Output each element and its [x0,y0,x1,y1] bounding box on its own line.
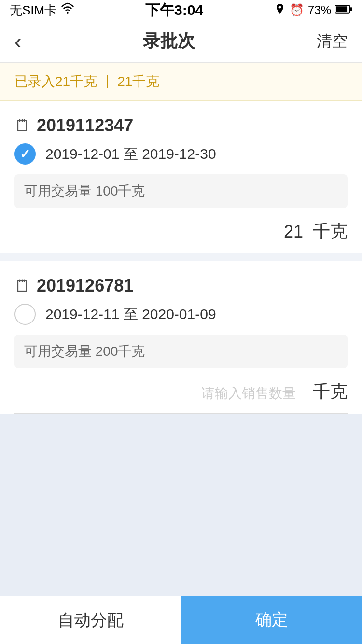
batch-id-1: 2019112347 [37,115,133,136]
page-title: 录批次 [143,29,195,53]
batch-card-1: 🗒 2019112347 2019-12-01 至 2019-12-30 可用交… [0,101,362,253]
batch-date-2: 2019-12-11 至 2020-01-09 [45,305,216,324]
status-icons: ⏰ 73% [274,3,352,17]
svg-rect-3 [336,6,347,12]
alarm-icon: ⏰ [290,3,304,17]
batch-header-2: 🗒 2019126781 [14,276,348,296]
radio-checked-1[interactable] [14,143,36,165]
available-qty-2: 可用交易量 200千克 [14,335,348,368]
batch-card-2: 🗒 2019126781 2019-12-11 至 2020-01-09 可用交… [0,261,362,414]
location-icon [274,3,286,17]
radio-unchecked-2[interactable] [14,304,36,325]
back-button[interactable]: ‹ [14,31,22,52]
svg-point-0 [67,12,69,14]
batch-date-row-2[interactable]: 2019-12-11 至 2020-01-09 [14,304,348,325]
qty-input-2[interactable] [86,382,303,402]
battery-icon [335,3,352,17]
card-separator [0,253,362,261]
status-time: 下午3:04 [145,0,203,20]
summary-label: 已录入21千克 [14,72,97,91]
qty-unit-1: 千克 [313,220,348,243]
clear-button[interactable]: 清空 [317,31,348,52]
available-qty-1: 可用交易量 100千克 [14,174,348,208]
status-bar: 无SIM卡 下午3:04 ⏰ 73% [0,0,362,20]
batch-icon-2: 🗒 [14,277,31,295]
batch-date-1: 2019-12-01 至 2019-12-30 [45,144,216,164]
qty-value-1: 21 [284,222,303,242]
batch-id-2: 2019126781 [37,276,133,296]
summary-value: 21千克 [117,72,159,91]
input-row-2[interactable]: 千克 [14,368,348,413]
carrier-text: 无SIM卡 [10,2,57,19]
batch-date-row-1[interactable]: 2019-12-01 至 2019-12-30 [14,143,348,165]
input-row-1: 21 千克 [14,208,348,253]
auto-distribute-button[interactable]: 自动分配 [0,596,181,644]
wifi-icon [61,2,74,19]
summary-divider [107,75,108,88]
batch-header-1: 🗒 2019112347 [14,115,348,136]
battery-text: 73% [308,3,331,17]
nav-bar: ‹ 录批次 清空 [0,20,362,63]
empty-area [0,414,362,616]
svg-rect-2 [350,7,352,11]
status-carrier: 无SIM卡 [10,2,74,19]
batch-icon-1: 🗒 [14,116,31,135]
confirm-button[interactable]: 确定 [181,596,362,644]
bottom-bar: 自动分配 确定 [0,596,362,644]
qty-unit-2: 千克 [313,380,348,404]
summary-bar: 已录入21千克 21千克 [0,63,362,101]
